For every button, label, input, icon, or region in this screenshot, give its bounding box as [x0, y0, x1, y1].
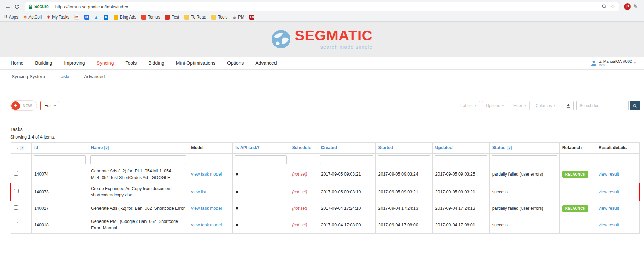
extension-pencil-icon[interactable]: ✎	[633, 3, 638, 10]
row-select-cell	[11, 216, 32, 234]
created-filter-input[interactable]	[320, 155, 373, 164]
view-model-link[interactable]: view list	[191, 190, 206, 194]
help-icon[interactable]: ?	[104, 146, 109, 150]
bookmark-item-my-tasks[interactable]: ❖My Tasks	[47, 15, 69, 20]
bookmark-item-bing-ads[interactable]: Bing Ads	[114, 15, 136, 20]
zoom-icon[interactable]	[602, 4, 607, 9]
search-button[interactable]	[630, 101, 640, 110]
subnav-tab-syncing-system[interactable]: Syncing System	[5, 70, 52, 84]
view-result-link[interactable]: view result	[599, 223, 619, 227]
help-icon[interactable]: ?	[507, 146, 512, 150]
column-header-created[interactable]: Created	[318, 143, 375, 154]
user-names: Z-ManualQA-#062 #280	[599, 59, 632, 67]
nav-item-options[interactable]: Options	[221, 57, 249, 69]
browser-toolbar: ← Secure https://tomus.segmatic.io/tasks…	[0, 0, 644, 13]
row-checkbox[interactable]	[14, 205, 18, 210]
bookmark-item[interactable]: ▲	[94, 15, 98, 19]
relaunch-button[interactable]: RELAUNCH	[562, 205, 589, 212]
is-api-cross-icon: ✖	[235, 223, 239, 227]
started-filter-input[interactable]	[378, 155, 430, 164]
column-label: Id	[34, 145, 38, 150]
nav-item-syncing[interactable]: Syncing	[91, 57, 120, 69]
bookmark-item-tomus[interactable]: Tomus	[141, 15, 160, 20]
view-model-link[interactable]: view task model	[191, 206, 222, 211]
bookmark-item-apps[interactable]: ⠿Apps	[4, 15, 18, 20]
bookmark-item-to-read[interactable]: To Read	[184, 15, 206, 20]
bookmark-item[interactable]: b	[104, 15, 108, 20]
relaunch-button[interactable]: RELAUNCH	[562, 171, 589, 178]
row-checkbox[interactable]	[14, 189, 19, 193]
row-checkbox[interactable]	[14, 171, 18, 176]
nav-item-improving[interactable]: Improving	[58, 57, 91, 69]
nav-item-advanced[interactable]: Advanced	[249, 57, 282, 69]
view-model-link[interactable]: view task model	[191, 172, 222, 177]
filter-dropdown[interactable]: Filter▾	[510, 101, 530, 110]
column-header-status[interactable]: Status?	[489, 143, 559, 154]
bookmark-favicon: ✱	[23, 15, 27, 19]
nav-item-building[interactable]: Building	[29, 57, 58, 69]
url-text[interactable]: https://tomus.segmatic.io/tasks/index	[55, 4, 128, 9]
id-filter-input[interactable]	[34, 155, 86, 164]
new-button[interactable]: + NEW	[10, 100, 37, 111]
column-header-name[interactable]: Name?	[88, 143, 188, 154]
table-header-row: ?IdName?ModelIs API task?ScheduleCreated…	[11, 143, 640, 154]
bookmark-item-pm[interactable]: ☕PM	[233, 15, 244, 20]
edit-dropdown[interactable]: Edit ▾	[40, 101, 59, 110]
name-filter-input[interactable]	[90, 155, 186, 164]
bookmark-favicon	[184, 15, 189, 20]
help-icon[interactable]: ?	[20, 146, 24, 150]
bookmark-favicon: M	[74, 15, 79, 20]
column-header-schedule[interactable]: Schedule	[289, 143, 318, 154]
bookmark-item-test[interactable]: Test	[165, 15, 179, 20]
extension-p-icon[interactable]: P	[624, 3, 631, 10]
chevron-down-icon: ▾	[502, 104, 504, 107]
search-input[interactable]	[576, 101, 629, 110]
bookmark-favicon	[211, 15, 216, 20]
view-model-link[interactable]: view task model	[191, 223, 222, 227]
column-header-is_api[interactable]: Is API task?	[233, 143, 289, 154]
subnav-tab-advanced[interactable]: Advanced	[77, 70, 112, 84]
column-header-started[interactable]: Started	[375, 143, 432, 154]
address-bar[interactable]: Secure https://tomus.segmatic.io/tasks/i…	[25, 2, 619, 11]
schedule-value: (not set)	[292, 223, 307, 227]
view-result-link[interactable]: view result	[599, 206, 619, 211]
bookmark-star-icon[interactable]: ☆	[611, 3, 615, 10]
export-button[interactable]	[563, 101, 574, 110]
column-header-id[interactable]: Id	[32, 143, 88, 154]
bookmark-item[interactable]: M	[74, 15, 79, 20]
select-all-header: ?	[11, 143, 32, 154]
chevron-down-icon: ▾	[554, 104, 555, 107]
back-icon[interactable]: ←	[3, 2, 12, 11]
filter-cell-relaunch	[559, 153, 596, 166]
bookmark-item[interactable]: 31	[84, 15, 89, 20]
nav-item-mini-optimisations[interactable]: Mini-Optimisations	[170, 57, 221, 69]
dropdown-label: Options	[486, 103, 500, 108]
is_api-filter-input[interactable]	[235, 155, 287, 164]
status-filter-input[interactable]	[492, 155, 557, 164]
task-row-140027: 140027Generate Ads (~2) for: Ban_062_Sho…	[11, 201, 640, 216]
content: Tasks Showing 1-4 of 4 items. ?IdName?Mo…	[0, 127, 644, 234]
view-result-link[interactable]: view result	[599, 172, 619, 177]
subnav-tab-tasks[interactable]: Tasks	[52, 70, 78, 84]
cell-created: 2017-09-04 17:24:10	[318, 201, 375, 216]
columns-dropdown[interactable]: Columns▾	[532, 101, 559, 110]
cell-id: 140027	[32, 201, 88, 216]
row-checkbox[interactable]	[14, 222, 18, 226]
column-header-updated[interactable]: Updated	[432, 143, 489, 154]
updated-filter-input[interactable]	[435, 155, 487, 164]
nav-item-home[interactable]: Home	[5, 57, 29, 69]
cell-result: view result	[596, 201, 639, 216]
refresh-icon[interactable]	[12, 2, 21, 11]
nav-item-bidding[interactable]: Bidding	[142, 57, 170, 69]
cell-result: view result	[596, 166, 639, 183]
nav-item-tools[interactable]: Tools	[119, 57, 142, 69]
view-result-link[interactable]: view result	[599, 190, 619, 194]
bookmark-item[interactable]: TC	[249, 15, 254, 20]
user-menu[interactable]: Z-ManualQA-#062 #280 ▾	[590, 57, 639, 69]
bookmark-item-actcoll[interactable]: ✱ActColl	[23, 15, 42, 20]
column-label: Started	[378, 145, 393, 150]
bookmark-item-tools[interactable]: Tools	[211, 15, 227, 20]
options-dropdown[interactable]: Options▾	[482, 101, 507, 110]
labels-dropdown[interactable]: Labels▾	[457, 101, 480, 110]
select-all-checkbox[interactable]	[14, 145, 18, 149]
